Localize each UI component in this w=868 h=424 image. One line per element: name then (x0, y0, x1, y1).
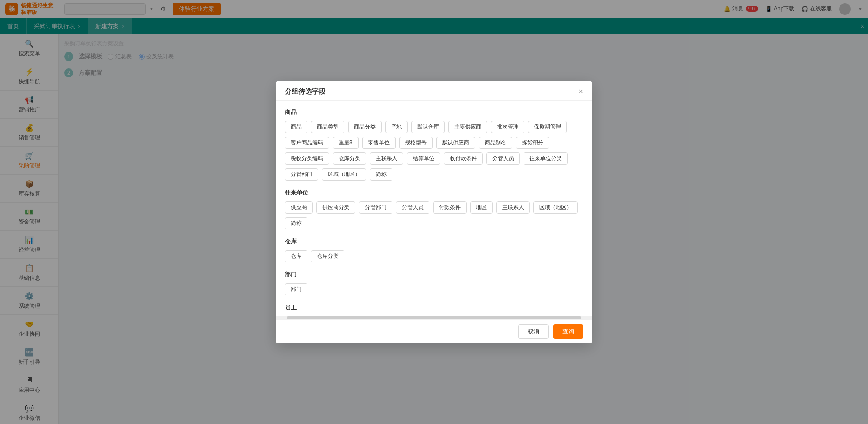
modal-header: 分组待选字段 × (276, 81, 592, 101)
section-employee: 员工 业务员 (285, 304, 583, 317)
modal-scroll-thumb[interactable] (287, 316, 581, 319)
confirm-button[interactable]: 查询 (553, 324, 583, 339)
field-default-warehouse[interactable]: 默认仓库 (411, 121, 445, 133)
field-product-category[interactable]: 商品分类 (348, 121, 382, 133)
field-product[interactable]: 商品 (285, 121, 307, 133)
section-warehouse-fields: 仓库 仓库分类 (285, 250, 583, 262)
field-payment-terms[interactable]: 收付款条件 (444, 152, 483, 165)
field-product-type[interactable]: 商品类型 (311, 121, 344, 133)
section-partner-title: 往来单位 (285, 189, 583, 197)
field-manager[interactable]: 分管人员 (486, 152, 520, 165)
field-main-contact-partner[interactable]: 主联系人 (496, 201, 530, 214)
field-select-modal: 分组待选字段 × 商品 商品 商品类型 商品分类 产地 默认仓库 主要供应商 批… (276, 81, 592, 343)
section-warehouse: 仓库 仓库 仓库分类 (285, 238, 583, 262)
section-dept: 部门 部门 (285, 271, 583, 295)
field-short-name-partner[interactable]: 简称 (285, 217, 307, 229)
field-tax-code[interactable]: 税收分类编码 (285, 152, 329, 165)
field-department[interactable]: 部门 (285, 283, 307, 295)
field-product-alias[interactable]: 商品别名 (479, 137, 512, 149)
field-managing-dept[interactable]: 分管部门 (285, 168, 318, 181)
cancel-button[interactable]: 取消 (518, 324, 549, 339)
field-region-product[interactable]: 区域（地区） (322, 168, 366, 181)
field-main-supplier[interactable]: 主要供应商 (448, 121, 487, 133)
section-product: 商品 商品 商品类型 商品分类 产地 默认仓库 主要供应商 批次管理 保质期管理… (285, 108, 583, 181)
field-warehouse-category[interactable]: 仓库分类 (333, 152, 366, 165)
field-batch-mgmt[interactable]: 批次管理 (491, 121, 524, 133)
section-product-fields: 商品 商品类型 商品分类 产地 默认仓库 主要供应商 批次管理 保质期管理 客户… (285, 121, 583, 181)
section-employee-title: 员工 (285, 304, 583, 312)
modal-footer: 取消 查询 (276, 319, 592, 343)
field-settlement-unit[interactable]: 结算单位 (407, 152, 440, 165)
section-partner: 往来单位 供应商 供应商分类 分管部门 分管人员 付款条件 地区 主联系人 区域… (285, 189, 583, 229)
field-payment-cond[interactable]: 付款条件 (433, 201, 467, 214)
modal-horizontal-scrollbar[interactable] (276, 316, 592, 319)
modal-title: 分组待选字段 (285, 87, 326, 96)
section-dept-title: 部门 (285, 271, 583, 279)
section-partner-fields: 供应商 供应商分类 分管部门 分管人员 付款条件 地区 主联系人 区域（地区） … (285, 201, 583, 229)
field-dept[interactable]: 分管部门 (359, 201, 392, 214)
field-partner-category[interactable]: 往来单位分类 (524, 152, 568, 165)
field-origin[interactable]: 产地 (385, 121, 408, 133)
field-short-name-product[interactable]: 简称 (370, 168, 392, 181)
section-warehouse-title: 仓库 (285, 238, 583, 246)
field-supplier[interactable]: 供应商 (285, 201, 313, 214)
field-warehouse[interactable]: 仓库 (285, 250, 307, 262)
field-region-partner[interactable]: 区域（地区） (533, 201, 578, 214)
field-default-supplier[interactable]: 默认供应商 (436, 137, 475, 149)
modal-body[interactable]: 商品 商品 商品类型 商品分类 产地 默认仓库 主要供应商 批次管理 保质期管理… (276, 101, 592, 317)
modal-overlay: 分组待选字段 × 商品 商品 商品类型 商品分类 产地 默认仓库 主要供应商 批… (0, 0, 868, 424)
field-spec-model[interactable]: 规格型号 (399, 137, 433, 149)
field-main-contact[interactable]: 主联系人 (370, 152, 403, 165)
field-weight[interactable]: 重量3 (333, 137, 359, 149)
modal-close-button[interactable]: × (578, 87, 583, 95)
section-product-title: 商品 (285, 108, 583, 116)
field-pick-points[interactable]: 拣货积分 (516, 137, 549, 149)
field-shelf-life[interactable]: 保质期管理 (528, 121, 567, 133)
field-area[interactable]: 地区 (470, 201, 493, 214)
field-warehouse-cat[interactable]: 仓库分类 (311, 250, 344, 262)
field-supplier-category[interactable]: 供应商分类 (316, 201, 355, 214)
field-person[interactable]: 分管人员 (396, 201, 429, 214)
section-dept-fields: 部门 (285, 283, 583, 295)
field-retail-unit[interactable]: 零售单位 (362, 137, 396, 149)
field-customer-code[interactable]: 客户商品编码 (285, 137, 329, 149)
